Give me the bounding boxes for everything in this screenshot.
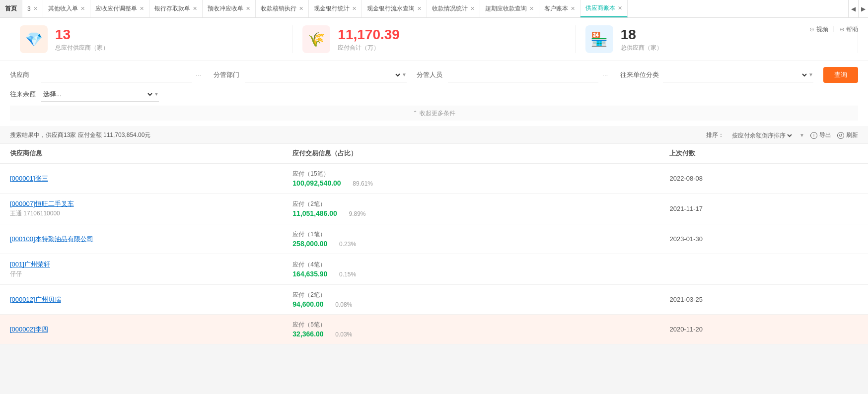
transaction-percent: 9.89% (349, 210, 365, 217)
person-filter-input[interactable] (448, 67, 598, 82)
nav-tab-bank-deposit[interactable]: 银行存取款单 ✕ (149, 0, 203, 17)
supplier-filter-dots[interactable]: ··· (196, 71, 202, 79)
nav-tab-overdue-ar-label: 超期应收款查询 (485, 4, 527, 13)
nav-tab-customer-ledger-label: 客户账本 (544, 4, 568, 13)
collapse-filter-button[interactable]: ⌃ 收起更多条件 (10, 106, 858, 121)
chevron-down-icon: ▼ (808, 72, 813, 77)
close-icon[interactable]: ✕ (571, 5, 575, 12)
nav-tab-3-label: 3 (27, 5, 31, 12)
nav-tab-supplier-ledger[interactable]: 供应商账本 ✕ (580, 0, 628, 17)
nav-tab-home[interactable]: 首页 (0, 0, 22, 17)
close-icon[interactable]: ✕ (80, 5, 85, 12)
close-icon[interactable]: ✕ (470, 5, 475, 12)
transaction-amount[interactable]: 32,366.00 (292, 330, 323, 338)
transaction-label: 应付（1笔） (292, 230, 669, 239)
chevron-down-icon: ▼ (402, 72, 407, 77)
transaction-label: 应付（15笔） (292, 170, 669, 178)
supplier-link[interactable]: [000001]张三 (10, 174, 292, 183)
transaction-amount[interactable]: 100,092,540.00 (292, 179, 341, 187)
close-icon[interactable]: ✕ (33, 5, 38, 12)
nav-next-arrow[interactable]: ▶ (858, 0, 868, 18)
store-icon: 🏪 (585, 25, 613, 53)
nav-tab-receipt-verify[interactable]: 收款核销执行 ✕ (256, 0, 309, 17)
last-pay-cell (669, 260, 858, 278)
close-icon[interactable]: ✕ (140, 5, 144, 12)
result-actions: 排序： 按应付余额倒序排序 ▼ ↑ 导出 ↺ 刷新 (706, 131, 858, 139)
nav-tab-customer-ledger[interactable]: 客户账本 ✕ (539, 0, 580, 17)
supplier-link[interactable]: [001]广州荣轩 (10, 260, 292, 269)
supplier-link[interactable]: [000100]本特勤油品有限公司 (10, 235, 292, 244)
nav-tab-cash-flow-query[interactable]: 现金银行流水查询 ✕ (362, 0, 427, 17)
supplier-link[interactable]: [000007]恒旺二手叉车 (10, 199, 292, 208)
help-link[interactable]: ⊙ 帮助 (840, 25, 858, 34)
nav-tab-3[interactable]: 3 ✕ (22, 0, 43, 17)
transaction-info-cell: 应付（2笔） 94,600.00 0.08% (292, 291, 669, 308)
summary-help-links: ⊙ 视频 | ⊙ 帮助 (809, 25, 858, 34)
suppliers-payable-label: 总应付供应商（家） (55, 44, 109, 52)
sort-select[interactable]: 按应付余额倒序排序 (730, 131, 794, 139)
supplier-link[interactable]: [000012]广州贝瑞 (10, 295, 292, 304)
close-icon[interactable]: ✕ (246, 5, 250, 12)
supplier-info-cell: [000001]张三 (10, 170, 292, 187)
balance-filter-select[interactable]: 选择... ▼ (41, 87, 159, 102)
last-pay-cell: 2023-01-30 (669, 230, 858, 248)
transaction-amount[interactable]: 164,635.90 (292, 270, 327, 278)
nav-prev-arrow[interactable]: ◀ (848, 0, 858, 18)
refresh-label: 刷新 (846, 131, 858, 139)
summary-bar: 💎 13 总应付供应商（家） 🌾 11,170.39 应付合计（万） 🏪 18 … (0, 18, 868, 61)
last-pay-date: 2023-01-30 (669, 235, 703, 243)
video-link[interactable]: ⊙ 视频 (809, 25, 828, 34)
last-pay-cell: 2020-11-20 (669, 321, 858, 338)
nav-tab-prepay-offset[interactable]: 预收冲应收单 ✕ (203, 0, 256, 17)
balance-filter-label: 往来余额 (10, 90, 37, 99)
nav-tab-receipt-stat[interactable]: 收款情况统计 ✕ (427, 0, 480, 17)
balance-select[interactable]: 选择... (41, 87, 154, 102)
nav-tab-overdue-ar[interactable]: 超期应收款查询 ✕ (480, 0, 539, 17)
supplier-sub: 王通 17106110000 (10, 209, 292, 218)
table-row: [000100]本特勤油品有限公司 应付（1笔） 258,000.00 0.23… (0, 224, 868, 254)
table-header: 供应商信息 应付交易信息（占比） 上次付数 (0, 144, 868, 164)
nav-tab-cash-bank-stat-label: 现金银行统计 (314, 4, 350, 13)
export-icon: ↑ (810, 132, 817, 139)
last-pay-date: 2021-11-17 (669, 205, 703, 212)
supplier-info-cell: [000007]恒旺二手叉车 王通 17106110000 (10, 199, 292, 218)
result-info: 搜索结果中，供应商13家 应付金额 111,703,854.00元 (10, 131, 150, 139)
last-pay-date: 2021-03-25 (669, 296, 703, 303)
category-select[interactable] (663, 67, 809, 82)
refresh-icon: ↺ (837, 132, 844, 139)
summary-item-suppliers-payable: 💎 13 总应付供应商（家） (10, 25, 292, 53)
close-icon[interactable]: ✕ (299, 5, 303, 12)
nav-tab-cash-bank-stat[interactable]: 现金银行统计 ✕ (309, 0, 362, 17)
dept-select[interactable] (245, 67, 402, 82)
close-icon[interactable]: ✕ (193, 5, 197, 12)
last-pay-cell: 2021-11-17 (669, 199, 858, 218)
refresh-button[interactable]: ↺ 刷新 (837, 131, 858, 139)
filter-category: 往来单位分类 ▼ (620, 67, 814, 82)
transaction-amount-row: 164,635.90 0.15% (292, 270, 669, 278)
close-icon[interactable]: ✕ (417, 5, 422, 12)
table-body: [000001]张三 应付（15笔） 100,092,540.00 89.61%… (0, 164, 868, 344)
supplier-filter-input[interactable] (41, 67, 192, 82)
nav-tab-other-income[interactable]: 其他收入单 ✕ (43, 0, 90, 17)
category-filter-select[interactable]: ▼ (663, 67, 814, 82)
transaction-amount[interactable]: 94,600.00 (292, 300, 323, 308)
person-filter-dots[interactable]: ··· (602, 71, 608, 79)
sort-chevron-icon: ▼ (799, 132, 804, 138)
export-button[interactable]: ↑ 导出 (810, 131, 831, 139)
transaction-amount[interactable]: 11,051,486.00 (292, 209, 337, 217)
transaction-percent: 0.23% (339, 241, 356, 248)
dept-filter-select[interactable]: ▼ (245, 67, 407, 82)
nav-tab-receipt-stat-label: 收款情况统计 (432, 4, 468, 13)
close-icon[interactable]: ✕ (529, 5, 534, 12)
last-pay-cell: 2021-03-25 (669, 291, 858, 308)
nav-tab-ar-ap-adjust[interactable]: 应收应付调整单 ✕ (90, 0, 149, 17)
close-icon[interactable]: ✕ (618, 5, 622, 11)
transaction-amount-row: 32,366.00 0.03% (292, 330, 669, 338)
sort-label: 排序： (706, 131, 724, 139)
query-button[interactable]: 查询 (823, 67, 858, 83)
col-header-supplier: 供应商信息 (10, 149, 292, 158)
transaction-amount[interactable]: 258,000.00 (292, 240, 327, 248)
close-icon[interactable]: ✕ (352, 5, 357, 12)
supplier-link[interactable]: [000002]李四 (10, 325, 292, 334)
transaction-amount-row: 11,051,486.00 9.89% (292, 209, 669, 217)
